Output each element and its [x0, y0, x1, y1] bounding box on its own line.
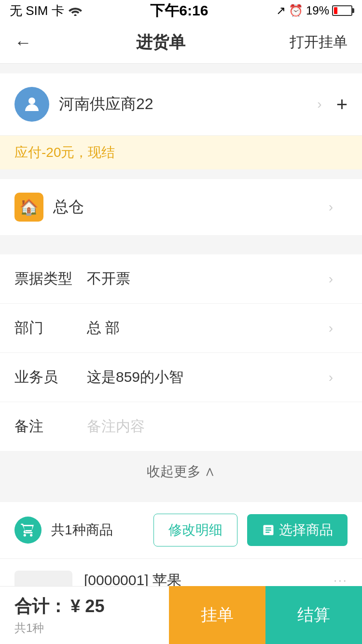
remark-row[interactable]: 备注 备注内容 [0, 402, 362, 451]
person-icon [22, 94, 42, 114]
hang-button[interactable]: 挂单 [169, 586, 265, 644]
top-divider [0, 64, 362, 73]
svg-point-1 [28, 98, 35, 104]
status-bar: 无 SIM 卡 下午6:16 ↗ ⏰ 19% [0, 0, 362, 21]
remark-label: 备注 [14, 417, 77, 436]
status-right: ↗ ⏰ 19% [276, 4, 352, 17]
divider-1 [0, 169, 362, 179]
back-button[interactable]: ← [14, 32, 32, 53]
chevron-right-icon: › [317, 97, 321, 112]
supplier-name: 河南供应商22 [59, 94, 317, 115]
battery-percent: 19% [306, 4, 329, 17]
divider-2 [0, 235, 362, 245]
product-header-icon [14, 517, 42, 544]
salesperson-label: 业务员 [14, 367, 77, 387]
page-title: 进货单 [136, 31, 185, 54]
location-icon: ↗ [276, 4, 286, 17]
select-product-icon [262, 523, 275, 537]
chevron-right-icon: › [329, 321, 333, 336]
invoice-value: 不开票 [77, 269, 329, 289]
form-section: 票据类型 不开票 › 部门 总 部 › 业务员 这是859的小智 › 备注 备注… [0, 254, 362, 451]
invoice-row[interactable]: 票据类型 不开票 › [0, 254, 362, 304]
alert-banner: 应付-20元，现结 [0, 136, 362, 169]
invoice-label: 票据类型 [14, 269, 77, 289]
total-amount: 合计： ¥ 25 [14, 595, 154, 618]
remark-input[interactable]: 备注内容 [77, 417, 348, 436]
checkout-button[interactable]: 结算 [265, 586, 362, 644]
svg-point-0 [74, 14, 76, 16]
avatar [14, 87, 49, 122]
chevron-right-icon: › [329, 199, 333, 215]
bottom-bar: 合计： ¥ 25 共1种 挂单 结算 [0, 586, 362, 644]
open-hang-button[interactable]: 打开挂单 [290, 32, 348, 52]
bottom-total: 合计： ¥ 25 共1种 [0, 586, 169, 644]
salesperson-row[interactable]: 业务员 这是859的小智 › [0, 353, 362, 402]
chevron-right-icon: › [329, 271, 333, 287]
department-value: 总 部 [77, 318, 329, 338]
warehouse-card: 🏠 总仓 › [0, 179, 362, 235]
product-count: 共1种商品 [51, 521, 144, 539]
supplier-row[interactable]: 河南供应商22 › + [0, 73, 362, 136]
salesperson-value: 这是859的小智 [77, 367, 329, 387]
supplier-card: 河南供应商22 › + 应付-20元，现结 [0, 73, 362, 169]
product-header: 共1种商品 修改明细 选择商品 [0, 502, 362, 558]
status-carrier: 无 SIM 卡 [10, 2, 83, 19]
chevron-right-icon: › [329, 370, 333, 385]
battery-icon [332, 5, 352, 16]
nav-bar: ← 进货单 打开挂单 [0, 21, 362, 64]
department-label: 部门 [14, 318, 77, 338]
warehouse-name: 总仓 [53, 196, 329, 218]
wifi-icon [68, 5, 83, 16]
status-time: 下午6:16 [150, 1, 208, 21]
cart-icon [20, 522, 36, 538]
warehouse-row[interactable]: 🏠 总仓 › [0, 179, 362, 235]
select-product-button[interactable]: 选择商品 [247, 514, 348, 546]
alarm-icon: ⏰ [289, 4, 303, 17]
edit-detail-button[interactable]: 修改明细 [153, 514, 237, 546]
total-count: 共1种 [14, 620, 154, 636]
collapse-more[interactable]: 收起更多 ∧ [0, 451, 362, 492]
warehouse-icon: 🏠 [14, 193, 43, 222]
add-button[interactable]: + [336, 94, 348, 115]
department-row[interactable]: 部门 总 部 › [0, 304, 362, 353]
